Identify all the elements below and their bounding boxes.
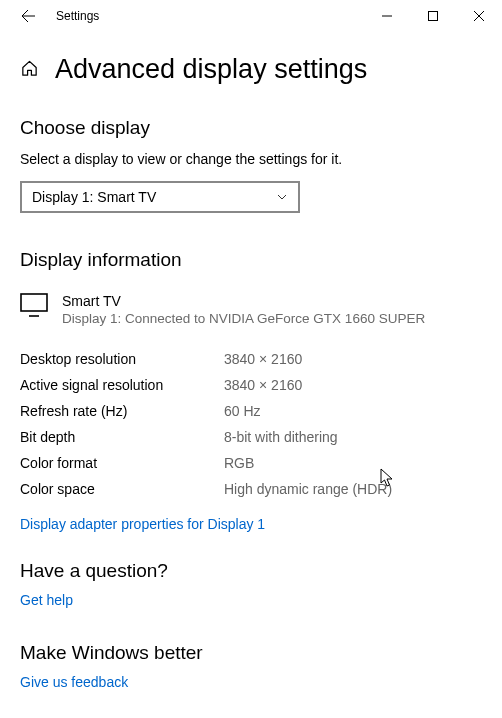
display-select-dropdown[interactable]: Display 1: Smart TV (20, 181, 300, 213)
connected-display-name: Smart TV (62, 293, 425, 309)
spec-val: RGB (224, 450, 254, 476)
spec-key: Refresh rate (Hz) (20, 398, 224, 424)
spec-key: Active signal resolution (20, 372, 224, 398)
spec-key: Color space (20, 476, 224, 502)
spec-val: High dynamic range (HDR) (224, 476, 392, 502)
give-feedback-link[interactable]: Give us feedback (20, 674, 128, 690)
get-help-link[interactable]: Get help (20, 592, 73, 608)
spec-val: 8-bit with dithering (224, 424, 338, 450)
monitor-icon (20, 293, 48, 320)
back-button[interactable] (8, 0, 48, 32)
back-arrow-icon (20, 8, 36, 24)
spec-table: Desktop resolution3840 × 2160 Active sig… (20, 346, 482, 502)
close-button[interactable] (456, 0, 502, 32)
choose-display-heading: Choose display (20, 117, 482, 139)
table-row: Color spaceHigh dynamic range (HDR) (20, 476, 482, 502)
minimize-icon (382, 11, 392, 21)
table-row: Color formatRGB (20, 450, 482, 476)
svg-rect-1 (21, 294, 47, 311)
page-title: Advanced display settings (55, 54, 367, 85)
chevron-down-icon (276, 191, 288, 203)
home-icon[interactable] (20, 59, 39, 81)
titlebar: Settings (0, 0, 502, 32)
close-icon (474, 11, 484, 21)
table-row: Bit depth8-bit with dithering (20, 424, 482, 450)
display-select-value: Display 1: Smart TV (32, 189, 156, 205)
spec-val: 3840 × 2160 (224, 372, 302, 398)
display-information-heading: Display information (20, 249, 482, 271)
table-row: Refresh rate (Hz)60 Hz (20, 398, 482, 424)
spec-key: Desktop resolution (20, 346, 224, 372)
spec-key: Bit depth (20, 424, 224, 450)
table-row: Desktop resolution3840 × 2160 (20, 346, 482, 372)
choose-display-desc: Select a display to view or change the s… (20, 151, 482, 167)
maximize-icon (428, 11, 438, 21)
window-controls (364, 0, 502, 32)
have-question-heading: Have a question? (20, 560, 482, 582)
spec-key: Color format (20, 450, 224, 476)
maximize-button[interactable] (410, 0, 456, 32)
adapter-properties-link[interactable]: Display adapter properties for Display 1 (20, 516, 265, 532)
svg-rect-0 (429, 12, 438, 21)
minimize-button[interactable] (364, 0, 410, 32)
make-windows-better-heading: Make Windows better (20, 642, 482, 664)
connected-display-sub: Display 1: Connected to NVIDIA GeForce G… (62, 311, 425, 326)
spec-val: 60 Hz (224, 398, 261, 424)
spec-val: 3840 × 2160 (224, 346, 302, 372)
table-row: Active signal resolution3840 × 2160 (20, 372, 482, 398)
app-name: Settings (48, 9, 364, 23)
